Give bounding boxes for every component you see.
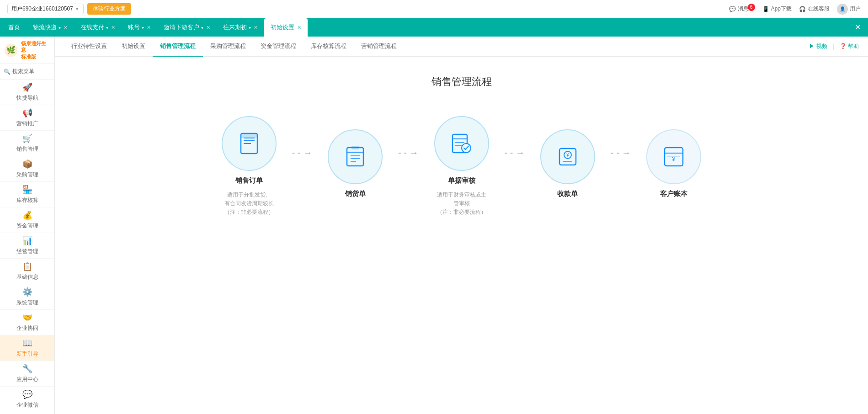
close-all-tabs[interactable]: ✕ bbox=[851, 18, 864, 37]
sub-tab-init[interactable]: 初始设置 bbox=[114, 37, 153, 57]
nav-tab-invite[interactable]: 邀请下游客户 ▾ ✕ bbox=[157, 18, 217, 37]
audit-circle[interactable] bbox=[434, 116, 489, 171]
receipt-icon: ¥ bbox=[555, 144, 580, 170]
finance-label: 资金管理 bbox=[16, 222, 38, 230]
sidebar-item-system[interactable]: ⚙️ 系统管理 bbox=[0, 284, 54, 310]
wechat-icon: 💬 bbox=[22, 389, 32, 399]
message-item[interactable]: 💬 消息 6 bbox=[729, 5, 755, 13]
message-badge: 6 bbox=[748, 4, 755, 11]
sidebar-item-operation[interactable]: 📊 经营管理 bbox=[0, 233, 54, 259]
inventory-icon: 🏪 bbox=[22, 185, 32, 195]
arrow-1: - - → bbox=[292, 148, 312, 186]
flow-step-order: 销售订单 适用于分批发货、有合同发货周期较长（注：非必要流程） bbox=[208, 116, 290, 217]
app-download-item[interactable]: 📱 App下载 bbox=[762, 5, 792, 13]
receipt-name: 收款单 bbox=[557, 190, 578, 198]
delivery-name: 销货单 bbox=[345, 190, 366, 198]
nav-tab-payment[interactable]: 在线支付 ▾ ✕ bbox=[74, 18, 122, 37]
sidebar-item-purchase[interactable]: 📦 采购管理 bbox=[0, 156, 54, 182]
svg-text:¥: ¥ bbox=[671, 155, 676, 163]
svg-rect-7 bbox=[347, 148, 363, 166]
sidebar-item-collab[interactable]: 🤝 企业协同 bbox=[0, 310, 54, 335]
basic-label: 基础信息 bbox=[16, 273, 38, 281]
nav-tab-period[interactable]: 往来期初 ▾ ✕ bbox=[217, 18, 264, 37]
wechat-label: 企业微信 bbox=[16, 401, 38, 409]
online-service-item[interactable]: 🎧 在线客服 bbox=[799, 5, 830, 13]
video-link[interactable]: ▶ 视频 bbox=[809, 42, 827, 50]
flow-step-audit: 单据审核 适用于财务审核或主管审核（注：非必要流程） bbox=[421, 116, 503, 217]
sub-tab-inventory-flow[interactable]: 库存核算流程 bbox=[304, 37, 354, 57]
invite-close[interactable]: ✕ bbox=[206, 25, 210, 31]
arrow-4: - - → bbox=[611, 148, 631, 186]
sub-tab-sales-flow[interactable]: 销售管理流程 bbox=[153, 37, 203, 57]
home-label: 首页 bbox=[8, 23, 20, 32]
delivery-circle[interactable] bbox=[328, 129, 383, 184]
period-close[interactable]: ✕ bbox=[254, 25, 258, 31]
sidebar-item-wechat[interactable]: 💬 企业微信 bbox=[0, 387, 54, 412]
nav-tab-account[interactable]: 账号 ▾ ✕ bbox=[122, 18, 157, 37]
nav-home[interactable]: 首页 bbox=[2, 18, 27, 37]
purchase-icon: 📦 bbox=[22, 159, 32, 169]
sidebar-item-shortcuts[interactable]: 🚀 快捷导航 bbox=[0, 80, 54, 105]
app-label: App下载 bbox=[771, 5, 792, 13]
sidebar-item-inventory[interactable]: 🏪 库存核算 bbox=[0, 182, 54, 207]
sidebar-item-guide[interactable]: 📖 新手引导 bbox=[0, 335, 54, 361]
init-close[interactable]: ✕ bbox=[297, 25, 301, 31]
sidebar-item-sales[interactable]: 🛒 销售管理 bbox=[0, 131, 54, 156]
invite-arrow: ▾ bbox=[201, 25, 203, 30]
app-center-label: 应用中心 bbox=[16, 376, 38, 383]
arrow-3: - - → bbox=[505, 148, 525, 186]
ledger-icon: ¥ bbox=[661, 144, 687, 170]
nav-tab-init[interactable]: 初始设置 ✕ bbox=[264, 18, 308, 37]
sub-tabs-left: 行业特性设置 初始设置 销售管理流程 采购管理流程 资金管理流程 库存核算流程 bbox=[64, 37, 404, 57]
sidebar-logo: 🌿 畅康通好生意 标准版 bbox=[0, 37, 54, 64]
svg-rect-12 bbox=[351, 146, 359, 149]
user-name-label: 用户 bbox=[850, 5, 861, 13]
payment-label: 在线支付 bbox=[80, 23, 104, 32]
sub-tab-finance-flow[interactable]: 资金管理流程 bbox=[253, 37, 304, 57]
system-label: 系统管理 bbox=[16, 299, 38, 307]
sidebar-item-vip[interactable]: 👑 畅会员 bbox=[0, 412, 54, 414]
content-area: 行业特性设置 初始设置 销售管理流程 采购管理流程 资金管理流程 库存核算流程 bbox=[55, 37, 868, 414]
flow-step-ledger: ¥ 客户账本 bbox=[633, 129, 715, 204]
trial-button[interactable]: 体验行业方案 bbox=[87, 3, 131, 15]
sub-tab-marketing-flow[interactable]: 营销管理流程 bbox=[354, 37, 404, 57]
sales-label: 销售管理 bbox=[16, 145, 38, 153]
svg-text:🌿: 🌿 bbox=[6, 45, 16, 54]
operation-label: 经营管理 bbox=[16, 248, 38, 255]
top-bar-right: 💬 消息 6 📱 App下载 🎧 在线客服 👤 用户 bbox=[729, 4, 861, 15]
purchase-label: 采购管理 bbox=[16, 171, 38, 179]
receipt-circle[interactable]: ¥ bbox=[540, 129, 595, 184]
logistics-close[interactable]: ✕ bbox=[64, 25, 68, 31]
sidebar-item-app[interactable]: 🔧 应用中心 bbox=[0, 361, 54, 387]
nav-tab-logistics[interactable]: 物流快递 ▾ ✕ bbox=[27, 18, 74, 37]
help-link[interactable]: ❓ 帮助 bbox=[840, 42, 859, 50]
guide-icon: 📖 bbox=[22, 338, 32, 348]
svg-text:¥: ¥ bbox=[566, 153, 569, 158]
payment-close[interactable]: ✕ bbox=[111, 25, 115, 31]
user-avatar-item[interactable]: 👤 用户 bbox=[837, 4, 861, 15]
marketing-label: 营销推广 bbox=[16, 120, 38, 127]
sidebar: 🌿 畅康通好生意 标准版 🔍 搜索菜单 🚀 快捷导航 📢 营销推广 🛒 销售管理… bbox=[0, 37, 55, 414]
top-bar: 用户690企业1660120507 ▼ 体验行业方案 💬 消息 6 📱 App下… bbox=[0, 0, 868, 18]
audit-name: 单据审核 bbox=[448, 176, 475, 185]
sidebar-search[interactable]: 🔍 搜索菜单 bbox=[0, 64, 54, 80]
order-circle[interactable] bbox=[222, 116, 277, 171]
audit-desc: 适用于财务审核或主管审核（注：非必要流程） bbox=[437, 191, 486, 217]
sales-icon: 🛒 bbox=[22, 133, 32, 143]
account-label: 账号 bbox=[128, 23, 140, 32]
order-desc: 适用于分批发货、有合同发货周期较长（注：非必要流程） bbox=[224, 191, 274, 217]
ledger-circle[interactable]: ¥ bbox=[646, 129, 701, 184]
sidebar-item-finance[interactable]: 💰 资金管理 bbox=[0, 207, 54, 233]
sub-tab-industry[interactable]: 行业特性设置 bbox=[64, 37, 114, 57]
logo-text: 畅康通好生意 标准版 bbox=[21, 40, 51, 60]
account-close[interactable]: ✕ bbox=[147, 25, 151, 31]
arrow-2: - - → bbox=[398, 148, 418, 186]
sub-tabs: 行业特性设置 初始设置 销售管理流程 采购管理流程 资金管理流程 库存核算流程 bbox=[55, 37, 868, 57]
user-select[interactable]: 用户690企业1660120507 ▼ bbox=[7, 4, 84, 14]
app-icon: 📱 bbox=[762, 6, 769, 12]
sidebar-item-marketing[interactable]: 📢 营销推广 bbox=[0, 105, 54, 131]
sub-tab-purchase-flow[interactable]: 采购管理流程 bbox=[203, 37, 253, 57]
collab-icon: 🤝 bbox=[22, 313, 32, 323]
sidebar-item-basic[interactable]: 📋 基础信息 bbox=[0, 259, 54, 284]
operation-icon: 📊 bbox=[22, 236, 32, 246]
